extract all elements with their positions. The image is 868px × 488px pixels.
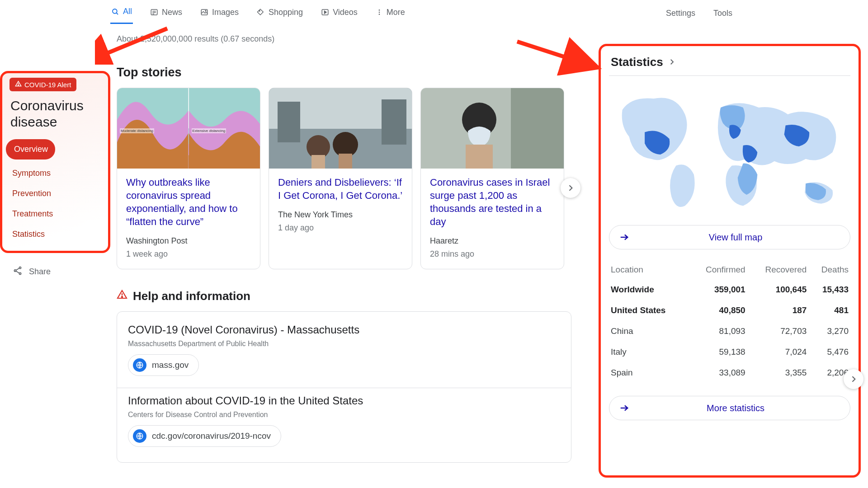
help-source-chip[interactable]: cdc.gov/coronavirus/2019-ncov bbox=[128, 425, 281, 447]
result-count: About 2,520,000,000 results (0.67 second… bbox=[0, 34, 868, 44]
statistics-table: Location Confirmed Recovered Deaths Worl… bbox=[609, 261, 850, 383]
help-item-title[interactable]: Information about COVID-19 in the United… bbox=[128, 394, 560, 407]
cell: 187 bbox=[747, 300, 809, 321]
globe-icon bbox=[133, 429, 146, 443]
tab-images[interactable]: Images bbox=[199, 3, 240, 23]
svg-line-1 bbox=[116, 13, 118, 14]
statistics-next-button[interactable] bbox=[844, 369, 863, 389]
table-row[interactable]: Spain33,0893,3552,206 bbox=[609, 362, 850, 383]
top-stories-heading: Top stories bbox=[117, 66, 571, 80]
tools-link[interactable]: Tools bbox=[713, 9, 732, 18]
table-row[interactable]: Worldwide359,001100,64515,433 bbox=[609, 279, 850, 300]
table-row[interactable]: China81,09372,7033,270 bbox=[609, 321, 850, 342]
statistics-heading[interactable]: Statistics bbox=[609, 52, 850, 76]
more-icon bbox=[376, 8, 383, 16]
tab-videos-label: Videos bbox=[333, 8, 358, 17]
settings-link[interactable]: Settings bbox=[666, 9, 695, 18]
tab-all[interactable]: All bbox=[110, 2, 133, 24]
covid-alert-badge: COVID-19 Alert bbox=[9, 78, 76, 91]
tab-shopping-label: Shopping bbox=[269, 8, 303, 17]
help-source-chip[interactable]: mass.gov bbox=[128, 354, 199, 376]
col-confirmed: Confirmed bbox=[689, 261, 747, 279]
arrow-right-icon bbox=[618, 403, 630, 413]
tab-images-label: Images bbox=[212, 8, 239, 17]
cell: Spain bbox=[609, 362, 689, 383]
help-item-title[interactable]: COVID-19 (Novel Coronavirus) - Massachus… bbox=[128, 324, 560, 336]
cell: 5,476 bbox=[808, 342, 850, 362]
svg-point-8 bbox=[259, 10, 260, 11]
story-title[interactable]: Deniers and Disbelievers: ‘If I Get Coro… bbox=[278, 176, 403, 202]
tab-videos[interactable]: Videos bbox=[320, 3, 359, 23]
warning-icon bbox=[117, 289, 127, 303]
help-heading: Help and information bbox=[117, 289, 571, 303]
world-map[interactable] bbox=[609, 82, 850, 220]
tab-news-label: News bbox=[162, 8, 182, 17]
warning-icon bbox=[15, 80, 22, 89]
more-statistics-button[interactable]: More statistics bbox=[609, 396, 850, 420]
view-full-map-label: View full map bbox=[630, 232, 841, 243]
table-row[interactable]: Italy59,1387,0245,476 bbox=[609, 342, 850, 362]
svg-point-17 bbox=[19, 267, 21, 269]
cell: Worldwide bbox=[609, 279, 689, 300]
col-deaths: Deaths bbox=[808, 261, 850, 279]
story-thumbnail bbox=[421, 88, 564, 169]
sidebar-item-treatments[interactable]: Treatments bbox=[2, 204, 108, 224]
svg-marker-10 bbox=[325, 11, 327, 14]
tag-icon bbox=[257, 8, 265, 16]
story-source: The New York Times bbox=[278, 210, 403, 220]
story-card[interactable]: Deniers and Disbelievers: ‘If I Get Coro… bbox=[269, 88, 412, 269]
tab-shopping[interactable]: Shopping bbox=[256, 3, 304, 23]
covid-sidebar-panel: COVID-19 Alert Coronavirus disease Overv… bbox=[0, 71, 110, 253]
globe-icon bbox=[133, 358, 146, 372]
svg-rect-29 bbox=[278, 102, 300, 142]
cell: 481 bbox=[808, 300, 850, 321]
svg-point-32 bbox=[333, 132, 358, 157]
svg-rect-30 bbox=[382, 99, 406, 145]
story-title[interactable]: Why outbreaks like coronavirus spread ex… bbox=[126, 176, 251, 228]
cell: 15,433 bbox=[808, 279, 850, 300]
cell: United States bbox=[609, 300, 689, 321]
story-source: Washington Post bbox=[126, 236, 251, 246]
help-item-subtitle: Massachusetts Department of Public Healt… bbox=[128, 340, 560, 348]
sidebar-item-symptoms[interactable]: Symptoms bbox=[2, 163, 108, 183]
view-full-map-button[interactable]: View full map bbox=[609, 225, 850, 249]
share-button[interactable]: Share bbox=[13, 266, 110, 278]
svg-point-0 bbox=[113, 9, 117, 14]
covid-alert-label: COVID-19 Alert bbox=[24, 81, 71, 89]
col-location: Location bbox=[609, 261, 689, 279]
svg-point-11 bbox=[379, 9, 380, 11]
table-row[interactable]: United States40,850187481 bbox=[609, 300, 850, 321]
story-time: 1 day ago bbox=[278, 223, 403, 233]
cell: Italy bbox=[609, 342, 689, 362]
thumb-caption: Extensive distancing bbox=[192, 128, 226, 133]
svg-point-18 bbox=[19, 272, 21, 274]
svg-rect-34 bbox=[339, 154, 352, 169]
chevron-right-icon bbox=[668, 55, 676, 69]
svg-line-20 bbox=[16, 271, 19, 273]
help-chip-label: cdc.gov/coronavirus/2019-ncov bbox=[152, 431, 271, 441]
sidebar-title: Coronavirus disease bbox=[10, 98, 101, 130]
svg-rect-33 bbox=[311, 155, 325, 169]
stories-next-button[interactable] bbox=[561, 178, 580, 198]
sidebar-item-statistics[interactable]: Statistics bbox=[2, 224, 108, 244]
tab-more[interactable]: More bbox=[375, 3, 406, 23]
arrow-right-icon bbox=[618, 232, 630, 242]
search-tabs-bar: All News Images Shopping Videos More Set… bbox=[0, 0, 868, 26]
cell: 59,138 bbox=[689, 342, 747, 362]
help-box: COVID-19 (Novel Coronavirus) - Massachus… bbox=[117, 311, 571, 463]
tab-news[interactable]: News bbox=[149, 3, 183, 23]
story-time: 1 week ago bbox=[126, 249, 251, 259]
svg-rect-38 bbox=[466, 145, 493, 169]
cell: 33,089 bbox=[689, 362, 747, 383]
help-item: COVID-19 (Novel Coronavirus) - Massachus… bbox=[117, 317, 571, 386]
tab-all-label: All bbox=[123, 7, 132, 16]
sidebar-item-overview[interactable]: Overview bbox=[6, 139, 55, 160]
top-stories-carousel: Moderate distancing bbox=[117, 88, 571, 269]
sidebar-item-prevention[interactable]: Prevention bbox=[2, 183, 108, 204]
story-card[interactable]: Coronavirus cases in Israel surge past 1… bbox=[420, 88, 564, 269]
story-title[interactable]: Coronavirus cases in Israel surge past 1… bbox=[430, 176, 555, 228]
story-card[interactable]: Moderate distancing bbox=[117, 88, 260, 269]
statistics-heading-label: Statistics bbox=[611, 55, 663, 69]
svg-point-16 bbox=[14, 270, 16, 272]
tab-more-label: More bbox=[387, 8, 405, 17]
